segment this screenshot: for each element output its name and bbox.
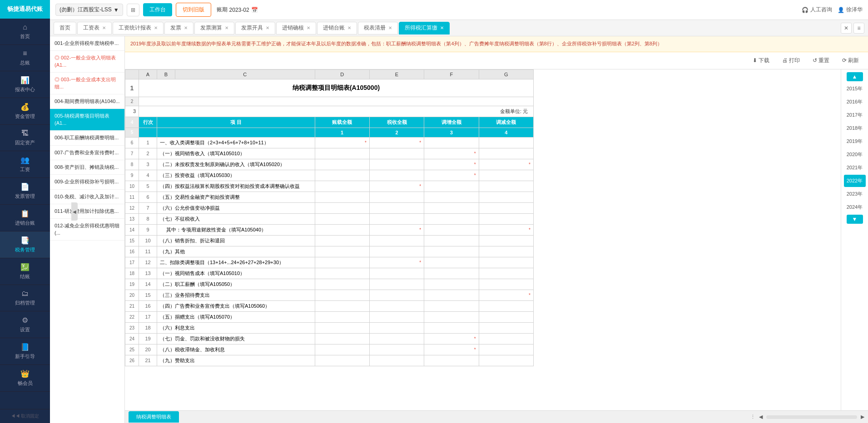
sidebar-item-member[interactable]: 👑 畅会员: [0, 365, 50, 392]
download-icon: ⬇: [753, 57, 757, 64]
sidebar-item-label: 畅会员: [18, 380, 33, 387]
service-button[interactable]: 🎧 人工咨询: [802, 6, 832, 14]
year-item-2024[interactable]: 2024年: [844, 201, 866, 213]
old-version-button[interactable]: 切到旧版: [176, 3, 211, 17]
sidebar-item-tax[interactable]: 📑 税务管理: [0, 231, 50, 258]
col-header-c: C: [175, 69, 315, 79]
table-header-row: 4 行次 项 目 账载全额 税收全额 调增全额 调减全额: [125, 117, 534, 128]
left-panel-item-002[interactable]: ◎ 002-一般企业收入明细表(A1...: [50, 51, 124, 73]
col-4-sub: 4: [479, 128, 533, 137]
close-icon[interactable]: ✕: [388, 25, 392, 30]
sidebar-item-label: 固定资产: [15, 139, 35, 146]
sidebar-item-close[interactable]: 💹 结账: [0, 258, 50, 285]
year-down-button[interactable]: ▼: [847, 215, 863, 224]
spreadsheet-table: A B C D E F G 1: [125, 69, 534, 366]
sidebar-item-invoice[interactable]: 📄 发票管理: [0, 178, 50, 205]
tab-salary-report[interactable]: 工资统计报表✕: [113, 22, 164, 34]
download-button[interactable]: ⬇ 下载: [749, 55, 773, 66]
year-item-2018[interactable]: 2018年: [844, 122, 866, 134]
sidebar-item-home[interactable]: ⌂ 首页: [0, 19, 50, 45]
reports-icon: 📊: [20, 76, 30, 84]
close-icon[interactable]: ✕: [440, 25, 444, 30]
period-text: 账期: [217, 6, 228, 14]
close-icon[interactable]: ✕: [347, 25, 351, 30]
close-icon[interactable]: ✕: [307, 25, 310, 30]
panel-collapse-button[interactable]: ◀: [71, 202, 78, 221]
refresh-button[interactable]: ⟳ 刷新: [838, 55, 863, 66]
scroll-bar-area[interactable]: [766, 415, 857, 419]
sidebar-item-settings[interactable]: ⚙ 设置: [0, 311, 50, 338]
year-item-2023[interactable]: 2023年: [844, 188, 866, 200]
more-tabs-button[interactable]: ≡: [853, 23, 864, 34]
sidebar-item-label: 发票管理: [15, 193, 35, 200]
calendar-icon[interactable]: 📅: [251, 7, 258, 13]
sidebar-item-guide[interactable]: 📘 新手引导: [0, 338, 50, 365]
tabbar-end: ✕ ≡: [841, 23, 864, 34]
year-item-2016[interactable]: 2016年: [844, 96, 866, 108]
left-panel-item-003[interactable]: ◎ 003-一般企业成本支出明细...: [50, 73, 124, 94]
sidebar-item-finance[interactable]: 💰 资金管理: [0, 98, 50, 125]
close-icon[interactable]: ✕: [225, 25, 228, 30]
company-label: (勿删）江西股宝-LSS: [60, 6, 112, 14]
close-tab-button[interactable]: ✕: [841, 23, 852, 34]
row-num-3: 3: [125, 106, 139, 117]
user-avatar-icon: 👤: [838, 7, 844, 13]
left-panel-item-010[interactable]: 010-免税、减计收入及加计...: [50, 190, 124, 204]
workbench-button[interactable]: 工作台: [143, 3, 172, 16]
left-panel-item-006[interactable]: 006-职工薪酬纳税调整明细...: [50, 131, 124, 145]
left-panel-item-005[interactable]: 005-纳税调整项目明细表(A1...: [50, 109, 124, 131]
print-button[interactable]: 🖨 打印: [779, 55, 804, 66]
year-item-2015[interactable]: 2015年: [844, 83, 866, 95]
sidebar-item-ledger[interactable]: ≡ 总账: [0, 45, 50, 71]
salary-icon: 👥: [20, 156, 30, 164]
reset-button[interactable]: ↺ 重置: [809, 55, 833, 66]
sidebar-item-archive[interactable]: 🗂 归档管理: [0, 285, 50, 311]
left-panel-item-009[interactable]: 009-企业所得税弥补亏损明...: [50, 175, 124, 189]
tab-invoice-open[interactable]: 发票开具✕: [235, 22, 275, 34]
tab-invoice[interactable]: 发票✕: [164, 22, 193, 34]
close-icon[interactable]: ✕: [154, 25, 158, 30]
left-panel-item-011[interactable]: 011-研发费用加计扣除优惠...: [50, 204, 124, 219]
close-icon[interactable]: ✕: [184, 25, 188, 30]
refresh-icon: ⟳: [842, 57, 847, 64]
sidebar-item-label: 工资: [20, 166, 30, 173]
left-panel-item-004[interactable]: 004-期间费用明细表(A1040...: [50, 94, 124, 109]
col-1-sub: 1: [315, 128, 369, 137]
tab-home[interactable]: 首页: [54, 22, 76, 34]
year-item-2021[interactable]: 2021年: [844, 162, 866, 174]
company-selector[interactable]: (勿删）江西股宝-LSS ▼: [55, 4, 123, 16]
copy-icon-btn[interactable]: ⊞: [127, 4, 139, 16]
tab-purchase-ledger[interactable]: 进销台账✕: [317, 22, 357, 34]
col-header-g: G: [479, 69, 533, 79]
year-item-2020[interactable]: 2020年: [844, 148, 866, 161]
year-up-button[interactable]: ▲: [847, 72, 863, 81]
scroll-right-icon[interactable]: ▶: [861, 414, 864, 420]
year-item-2019[interactable]: 2019年: [844, 135, 866, 148]
tab-purchase-check[interactable]: 进销确核✕: [276, 22, 316, 34]
year-item-2022[interactable]: 2022年: [844, 175, 866, 187]
sidebar-item-assets[interactable]: 🏗 固定资产: [0, 125, 50, 151]
table-subheader-row: 5 1 2 3 4: [125, 128, 534, 137]
sidebar-item-salary[interactable]: 👥 工资: [0, 151, 50, 178]
table-unit-row: 3 金额单位: 元: [125, 106, 534, 117]
col-hang-header: 行次: [139, 117, 157, 128]
col-2-sub: 2: [369, 128, 424, 137]
sidebar-toggle[interactable]: ◀◀ 取消固定: [0, 409, 50, 423]
tab-salary[interactable]: 工资表✕: [77, 22, 112, 34]
bottom-tab-detail[interactable]: 纳税调整明细表: [129, 411, 179, 423]
close-icon[interactable]: ✕: [266, 25, 269, 30]
sidebar-item-purchase[interactable]: 📋 进销台账: [0, 205, 50, 231]
tab-tax-list[interactable]: 税表清册✕: [358, 22, 398, 34]
user-menu[interactable]: 👤 徐泽华: [838, 6, 863, 14]
left-panel-item-001[interactable]: 001-企业所得税年度纳税申...: [50, 36, 124, 51]
scroll-left-icon[interactable]: ◀: [759, 414, 763, 420]
left-panel-item-007[interactable]: 007-广告费和业务宣传费时...: [50, 146, 124, 160]
left-panel-item-012[interactable]: 012-减免企业所得税优惠明细(...: [50, 219, 124, 241]
tab-income-tax[interactable]: 所得税汇算缴✕: [399, 22, 450, 34]
table-row: 12 7 （六）公允价值变动净损益: [125, 202, 534, 213]
left-panel-item-008[interactable]: 008-资产折旧、摊销及纳税...: [50, 160, 124, 175]
tab-invoice-calc[interactable]: 发票测算✕: [194, 22, 234, 34]
sidebar-item-reports[interactable]: 📊 报表中心: [0, 71, 50, 98]
close-icon[interactable]: ✕: [102, 25, 106, 30]
year-item-2017[interactable]: 2017年: [844, 109, 866, 121]
